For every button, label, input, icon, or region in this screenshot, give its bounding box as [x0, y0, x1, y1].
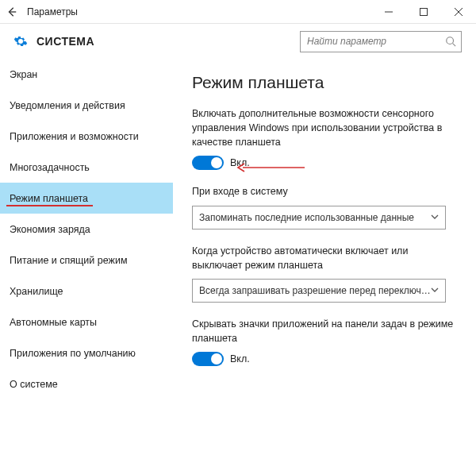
- system-title: СИСТЕМА: [36, 35, 300, 48]
- enable-tablet-toggle-label: Вкл.: [230, 157, 250, 168]
- sidebar-item-default-apps[interactable]: Приложения по умолчанию: [0, 338, 173, 368]
- window-title: Параметры: [24, 6, 371, 17]
- hide-icons-toggle[interactable]: [192, 352, 224, 366]
- close-icon: [455, 8, 463, 16]
- content: Режим планшета Включать дополнительные в…: [173, 59, 476, 459]
- gear-icon: [13, 33, 29, 49]
- minimize-icon: [385, 8, 393, 16]
- search-input[interactable]: [301, 32, 461, 52]
- section-on-login: При входе в систему Запоминать последние…: [192, 184, 459, 229]
- chevron-down-icon: [431, 212, 439, 223]
- minimize-button[interactable]: [371, 0, 406, 24]
- arrow-left-icon: [6, 6, 17, 17]
- maximize-icon: [420, 8, 428, 16]
- auto-switch-dropdown[interactable]: Всегда запрашивать разрешение перед пере…: [192, 279, 446, 303]
- back-button[interactable]: [0, 0, 24, 24]
- auto-switch-selected: Всегда запрашивать разрешение перед пере…: [199, 285, 431, 296]
- chevron-down-icon: [431, 285, 439, 296]
- sidebar-item-multitasking[interactable]: Многозадачность: [0, 152, 173, 183]
- section-hide-icons: Скрывать значки приложений на панели зад…: [192, 317, 459, 366]
- on-login-label: При входе в систему: [192, 184, 459, 199]
- sidebar-item-display[interactable]: Экран: [0, 59, 173, 90]
- auto-switch-label: Когда устройство автоматически включает …: [192, 244, 459, 272]
- enable-tablet-desc: Включать дополнительные возможности сенс…: [192, 106, 459, 149]
- hide-icons-desc: Скрывать значки приложений на панели зад…: [192, 317, 459, 345]
- header: СИСТЕМА: [0, 24, 476, 59]
- sidebar-item-apps-features[interactable]: Приложения и возможности: [0, 121, 173, 152]
- sidebar-item-power-sleep[interactable]: Питание и спящий режим: [0, 245, 173, 276]
- titlebar: Параметры: [0, 0, 476, 24]
- sidebar: Экран Уведомления и действия Приложения …: [0, 59, 173, 459]
- search-field[interactable]: [300, 31, 462, 52]
- svg-rect-1: [420, 8, 428, 15]
- on-login-selected: Запоминать последние использованные данн…: [199, 212, 414, 223]
- search-icon: [445, 36, 456, 49]
- page-title: Режим планшета: [192, 73, 459, 92]
- sidebar-item-tablet-mode[interactable]: Режим планшета: [0, 183, 173, 214]
- svg-point-4: [447, 37, 454, 44]
- sidebar-item-battery[interactable]: Экономия заряда: [0, 214, 173, 245]
- close-button[interactable]: [441, 0, 476, 24]
- sidebar-item-storage[interactable]: Хранилище: [0, 276, 173, 307]
- sidebar-item-about[interactable]: О системе: [0, 368, 173, 399]
- hide-icons-toggle-label: Вкл.: [230, 353, 250, 364]
- section-auto-switch: Когда устройство автоматически включает …: [192, 244, 459, 303]
- sidebar-item-offline-maps[interactable]: Автономные карты: [0, 307, 173, 338]
- enable-tablet-toggle[interactable]: [192, 156, 224, 170]
- sidebar-item-notifications[interactable]: Уведомления и действия: [0, 90, 173, 121]
- svg-line-5: [453, 43, 456, 46]
- section-enable-tablet: Включать дополнительные возможности сенс…: [192, 106, 459, 170]
- maximize-button[interactable]: [406, 0, 441, 24]
- on-login-dropdown[interactable]: Запоминать последние использованные данн…: [192, 206, 446, 230]
- window-controls: [371, 0, 476, 24]
